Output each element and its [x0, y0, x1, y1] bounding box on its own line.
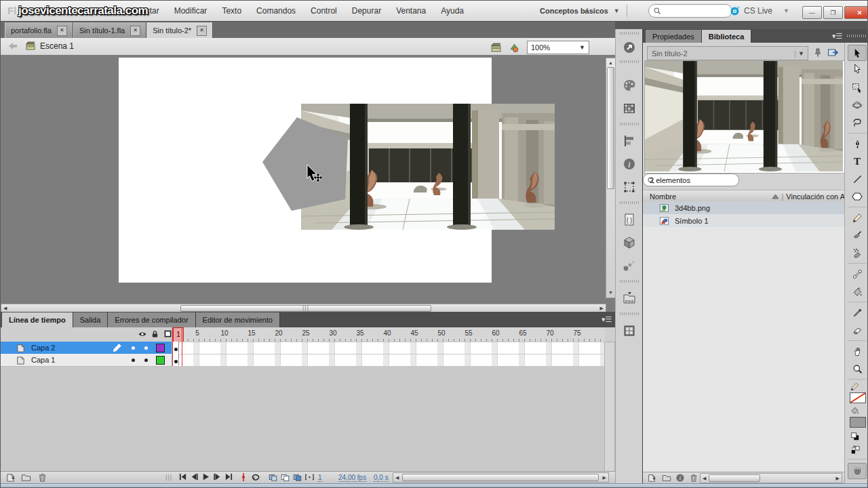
stroke-color-swatch-none[interactable]	[850, 392, 866, 403]
resize-grip[interactable]: |||	[165, 474, 172, 481]
3d-rotation-tool[interactable]	[848, 98, 866, 113]
frame-rate-value[interactable]: 24,00 fps	[338, 474, 366, 482]
layer-lock-dot[interactable]	[144, 359, 148, 362]
step-forward-icon[interactable]	[213, 472, 222, 481]
layer-visibility-dot[interactable]	[132, 346, 135, 350]
panel-icon-swatches[interactable]	[620, 100, 638, 117]
back-arrow-icon[interactable]	[9, 43, 17, 49]
panel-menu-icon[interactable]: ▾☰	[832, 32, 842, 41]
close-tab-icon[interactable]: ✕	[130, 26, 140, 36]
edit-multiple-frames-icon[interactable]	[292, 472, 302, 482]
onion-skin-icon[interactable]	[268, 472, 278, 482]
fill-color-swatch[interactable]	[850, 417, 866, 428]
layer-name[interactable]: Capa 1	[31, 356, 113, 364]
close-tab-icon[interactable]: ✕	[197, 26, 207, 36]
scene-breadcrumb[interactable]: Escena 1	[25, 41, 74, 52]
paint-bucket-tool[interactable]	[848, 284, 866, 299]
tab-sin-titulo-2[interactable]: Sin título-2* ✕	[146, 22, 213, 39]
dock-grip[interactable]	[620, 32, 639, 35]
timeline-horizontal-scrollbar[interactable]: ◀ ▶	[393, 472, 609, 483]
scrollbar-thumb[interactable]	[402, 474, 599, 481]
dock-grip[interactable]	[620, 123, 639, 125]
tab-salida[interactable]: Salida	[73, 312, 108, 327]
column-vinculacion[interactable]: Vinculación con A	[786, 192, 845, 201]
lock-icon[interactable]	[151, 329, 159, 339]
play-icon[interactable]	[201, 472, 210, 481]
dock-grip[interactable]	[620, 280, 639, 283]
sort-ascending-icon[interactable]	[772, 194, 779, 199]
menu-item[interactable]: Ventana	[389, 6, 433, 16]
pencil-tool[interactable]	[848, 210, 866, 225]
layer-lock-dot[interactable]	[144, 346, 148, 350]
zoom-level-select[interactable]: 100% ▼	[527, 41, 589, 54]
scroll-up-icon[interactable]: ▲	[606, 60, 615, 66]
new-folder-icon[interactable]	[662, 473, 671, 483]
scrollbar-thumb[interactable]	[709, 474, 760, 482]
eraser-tool[interactable]	[848, 323, 866, 338]
spray-brush-tool[interactable]	[848, 245, 866, 260]
new-layer-icon[interactable]	[5, 472, 16, 483]
edit-scene-icon[interactable]	[490, 42, 502, 54]
minimize-button[interactable]: —	[802, 6, 822, 19]
onion-skin-outlines-icon[interactable]	[280, 472, 290, 482]
current-frame-value[interactable]: 1	[318, 474, 322, 482]
layer-name[interactable]: Capa 2	[31, 344, 113, 352]
dock-grip[interactable]	[620, 312, 639, 315]
go-to-first-frame-icon[interactable]	[178, 472, 187, 481]
layer-color-swatch[interactable]	[156, 344, 165, 352]
go-to-last-frame-icon[interactable]	[224, 472, 233, 481]
close-button[interactable]: ✕	[844, 6, 868, 19]
new-library-panel-icon[interactable]	[827, 47, 839, 58]
panel-icon-movie-explorer[interactable]	[620, 322, 638, 340]
show-hide-eye-icon[interactable]	[138, 329, 147, 339]
layer-row-capa-1[interactable]: Capa 1	[1, 354, 172, 367]
panel-icon-transform[interactable]	[620, 178, 638, 196]
library-item-simbolo-1[interactable]: Símbolo 1	[643, 214, 845, 227]
pin-library-icon[interactable]	[812, 47, 823, 58]
frame-grid[interactable]	[172, 342, 605, 366]
scroll-down-icon[interactable]: ▼	[606, 289, 615, 296]
timeline-ruler[interactable]: 51015202530354045505560657075 1	[172, 327, 605, 342]
subselection-tool[interactable]	[848, 61, 866, 76]
tab-propiedades[interactable]: Propiedades	[646, 30, 702, 43]
bone-tool[interactable]	[848, 266, 866, 281]
tab-portafolio[interactable]: portafolio.fla ✕	[5, 22, 73, 39]
tab-editor-movimiento[interactable]: Editor de movimiento	[196, 312, 280, 327]
scrollbar-thumb[interactable]: |||	[180, 305, 431, 312]
scroll-left-icon[interactable]: ◀	[703, 475, 706, 482]
panel-icon-launch[interactable]	[620, 39, 638, 56]
scroll-left-icon[interactable]: ◀	[3, 305, 7, 312]
hand-tool[interactable]	[848, 344, 866, 359]
tab-errores-compilador[interactable]: Errores de compilador	[108, 312, 195, 327]
free-transform-tool[interactable]	[848, 80, 866, 95]
delete-item-trash-icon[interactable]	[689, 473, 698, 483]
menu-item[interactable]: Depurar	[344, 6, 389, 16]
dock-grip[interactable]	[620, 60, 639, 63]
menu-item[interactable]: Control	[303, 6, 344, 16]
app-search-input[interactable]	[648, 4, 732, 18]
scroll-right-icon[interactable]: ▶	[600, 305, 604, 312]
stage[interactable]	[119, 58, 492, 283]
menu-item[interactable]: Modificar	[167, 6, 215, 16]
snap-to-objects-option[interactable]	[848, 463, 867, 479]
restore-button[interactable]: ❐	[823, 6, 843, 19]
stage-vertical-scrollbar[interactable]: ▲ ▼	[606, 58, 616, 298]
panel-icon-code-snippets[interactable]: { }	[620, 211, 638, 228]
dock-grip[interactable]	[620, 201, 639, 204]
text-tool[interactable]: T	[848, 154, 866, 169]
zoom-tool[interactable]	[848, 361, 866, 376]
item-properties-icon[interactable]: i	[675, 473, 685, 483]
polystar-tool[interactable]	[848, 189, 866, 204]
scroll-right-icon[interactable]: ▶	[603, 474, 606, 481]
layer-color-swatch[interactable]	[156, 356, 165, 365]
workspace-switcher[interactable]: Conceptos básicos ▼	[540, 1, 634, 21]
courtyard-bitmap[interactable]	[301, 104, 555, 230]
layer-row-capa-2[interactable]: Capa 2	[1, 342, 172, 354]
loop-icon[interactable]	[250, 472, 261, 481]
dock-grip[interactable]	[847, 35, 866, 37]
tab-linea-de-tiempo[interactable]: Línea de tiempo	[2, 312, 73, 327]
menu-item[interactable]: Ayuda	[433, 6, 471, 16]
close-tab-icon[interactable]: ✕	[57, 26, 67, 36]
scrollbar-thumb[interactable]	[607, 67, 614, 189]
new-folder-icon[interactable]	[21, 472, 31, 483]
